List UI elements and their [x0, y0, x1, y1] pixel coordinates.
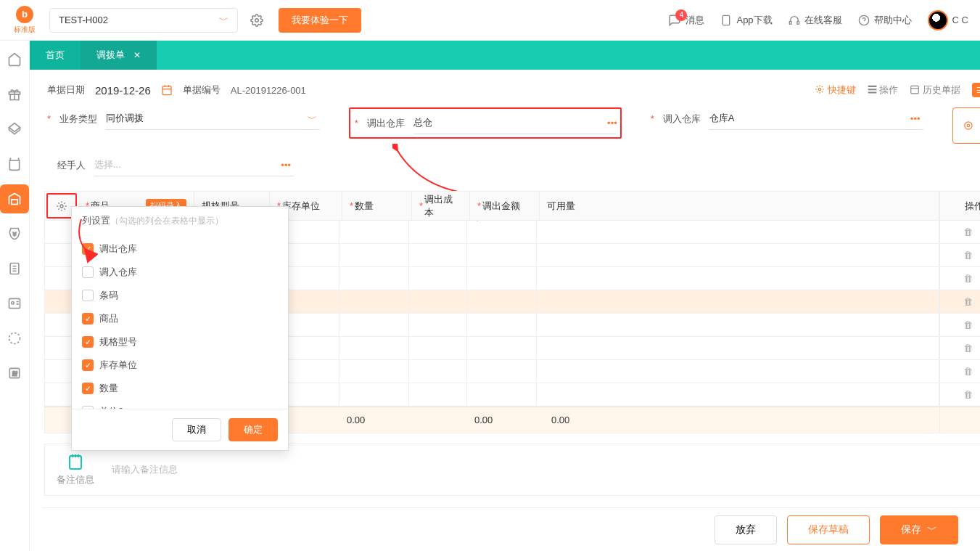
chevron-down-icon: ﹀ [219, 14, 228, 27]
project-select[interactable]: TEST-H002 ﹀ [49, 8, 238, 33]
tab-home[interactable]: 首页 [30, 41, 81, 70]
form-row-1: * 业务类型 同价调拨 ﹀ * 调出仓库 总仓 ••• * 调入仓库 仓库A •… [30, 102, 980, 154]
sidebar-bag[interactable] [0, 150, 29, 179]
save-button[interactable]: 保存 ﹀ [880, 515, 958, 544]
delete-icon[interactable]: 🗑 [963, 296, 973, 307]
handler-placeholder: 选择... [94, 154, 294, 176]
app-download-link[interactable]: App下载 [720, 14, 772, 27]
checkbox[interactable]: ✓ [82, 359, 94, 371]
delete-icon[interactable]: 🗑 [963, 343, 973, 354]
delete-icon[interactable]: 🗑 [963, 273, 973, 284]
column-option[interactable]: ✓数量 [82, 377, 278, 400]
field-biz-type[interactable]: * 业务类型 同价调拨 ﹀ [47, 107, 320, 130]
svg-point-25 [818, 88, 821, 91]
column-option-label: 数量 [99, 382, 118, 395]
view-list[interactable]: ☰ [972, 83, 980, 97]
cancel-button[interactable]: 取消 [172, 418, 221, 441]
column-option[interactable]: 单位2 [82, 400, 278, 409]
column-option[interactable]: ✓商品 [82, 307, 278, 330]
col-out-cost[interactable]: 调出成本 [412, 192, 470, 220]
field-handler[interactable]: 经手人 选择... ••• [47, 154, 294, 176]
checkbox[interactable]: ✓ [82, 243, 94, 255]
svg-point-18 [9, 333, 20, 344]
field-in-warehouse[interactable]: * 调入仓库 仓库A ••• [651, 107, 923, 130]
sidebar-clipboard[interactable] [0, 254, 29, 283]
checkbox[interactable]: ✓ [82, 383, 94, 394]
sidebar-sync[interactable] [0, 324, 29, 353]
delete-icon[interactable]: 🗑 [963, 250, 973, 261]
field-out-warehouse[interactable]: * 调出仓库 总仓 ••• [349, 107, 622, 139]
form-settings-button[interactable]: 设置 [952, 107, 980, 144]
history-link[interactable]: 历史单据 [910, 83, 960, 97]
remark-input[interactable]: 请输入备注信息 [106, 457, 980, 482]
trial-button[interactable]: 我要体验一下 [279, 8, 361, 33]
logo[interactable]: b 标准版 [12, 6, 38, 35]
online-cs-link[interactable]: 在线客服 [788, 14, 842, 27]
sidebar-contact[interactable] [0, 289, 29, 318]
col-qty[interactable]: 数量 [342, 192, 412, 220]
column-option[interactable]: ✓调出仓库 [82, 237, 278, 261]
svg-rect-1 [723, 15, 730, 25]
column-option[interactable]: 条码 [82, 284, 278, 307]
chevron-down-icon: ﹀ [308, 113, 317, 126]
checkbox[interactable]: ✓ [82, 313, 94, 325]
sidebar-tag[interactable] [0, 115, 29, 144]
save-label: 保存 [901, 523, 921, 536]
docno-label: 单据编号 [183, 83, 221, 97]
column-option[interactable]: ✓库存单位 [82, 354, 278, 377]
user-menu[interactable]: C C [928, 10, 968, 30]
sidebar-warehouse[interactable] [0, 184, 29, 213]
money-icon: ¥ [7, 226, 22, 241]
in-wh-label: 调入仓库 [663, 113, 701, 126]
save-draft-button[interactable]: 保存草稿 [787, 515, 870, 544]
confirm-button[interactable]: 确定 [228, 418, 278, 441]
delete-icon[interactable]: 🗑 [963, 226, 973, 237]
calendar-icon[interactable] [161, 84, 173, 96]
sidebar: ¥ 新 [0, 41, 30, 551]
col-available[interactable]: 可用量 [540, 192, 939, 220]
sidebar-money[interactable]: ¥ [0, 219, 29, 248]
project-settings-button[interactable] [245, 9, 268, 32]
date-value[interactable]: 2019-12-26 [95, 84, 151, 97]
tab-transfer-label: 调拨单 [96, 49, 125, 62]
popup-footer: 取消 确定 [72, 409, 288, 450]
messages-link[interactable]: 消息 4 [668, 14, 704, 27]
settings-label: 设置 [977, 113, 980, 139]
tab-transfer[interactable]: 调拨单 ✕ [81, 41, 157, 70]
required-star: * [47, 113, 51, 124]
shortcut-link[interactable]: 快捷键 [815, 83, 856, 97]
bag-icon [7, 157, 22, 171]
more-icon[interactable]: ••• [910, 113, 921, 124]
home-icon [7, 52, 22, 67]
sidebar-gift[interactable] [0, 80, 29, 109]
svg-text:¥: ¥ [13, 231, 17, 237]
sidebar-new[interactable]: 新 [0, 359, 29, 388]
discard-button[interactable]: 放弃 [715, 515, 777, 544]
popup-list[interactable]: ✓调出仓库调入仓库条码✓商品✓规格型号✓库存单位✓数量单位2 [72, 234, 288, 409]
sidebar-home[interactable] [0, 45, 29, 74]
col-ops: 操作 [939, 192, 980, 220]
svg-point-17 [12, 302, 14, 304]
delete-icon[interactable]: 🗑 [963, 319, 973, 330]
remark-area[interactable]: 备注信息 请输入备注信息 [44, 444, 980, 496]
topbar-right: 消息 4 App下载 在线客服 帮助中心 C C [668, 10, 968, 30]
column-option-label: 调入仓库 [99, 266, 137, 279]
checkbox[interactable]: ✓ [82, 336, 94, 348]
checkbox[interactable] [82, 290, 94, 301]
column-option[interactable]: ✓规格型号 [82, 330, 278, 354]
col-out-amount[interactable]: 调出金额 [470, 192, 540, 220]
operate-link[interactable]: ☰ 操作 [868, 83, 899, 97]
column-option[interactable]: 调入仓库 [82, 261, 278, 284]
checkbox[interactable] [82, 406, 94, 409]
more-icon[interactable]: ••• [281, 160, 291, 171]
column-option-label: 库存单位 [99, 359, 137, 372]
more-icon[interactable]: ••• [607, 118, 617, 128]
delete-icon[interactable]: 🗑 [963, 366, 973, 377]
svg-text:新: 新 [12, 371, 17, 376]
contact-icon [7, 296, 22, 311]
checkbox[interactable] [82, 266, 94, 278]
close-icon[interactable]: ✕ [133, 50, 141, 60]
action-bar: 放弃 保存草稿 保存 ﹀ [42, 507, 980, 551]
delete-icon[interactable]: 🗑 [963, 389, 973, 400]
help-link[interactable]: 帮助中心 [858, 14, 912, 27]
